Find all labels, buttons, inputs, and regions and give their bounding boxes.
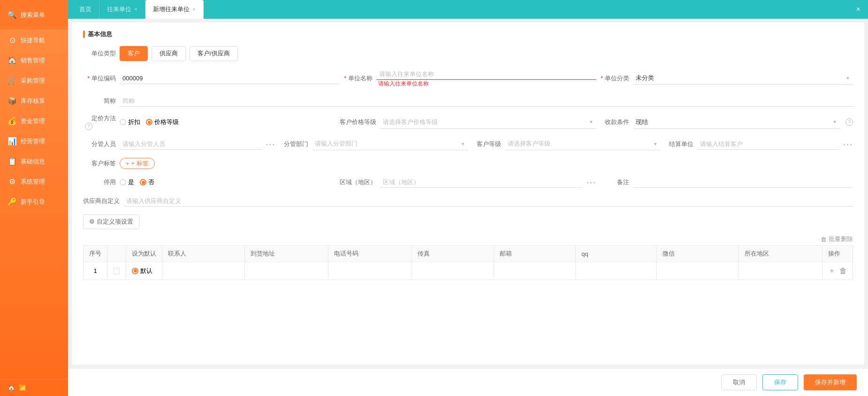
disabled-region-row: 停用 是 否 区域（地区） ··· 备注	[83, 177, 853, 188]
sidebar-item-finance[interactable]: 💰 资金管理	[0, 111, 68, 131]
customer-price-level-placeholder: 请选择客户价格等级	[383, 118, 587, 126]
close-tab-trading-units[interactable]: ×	[134, 6, 137, 13]
add-tag-btn[interactable]: + + 标签	[120, 158, 155, 169]
short-name-input[interactable]	[120, 95, 853, 107]
unit-type-customer-btn[interactable]: 客户	[120, 46, 148, 61]
radio-discount[interactable]: 折扣	[120, 118, 140, 126]
department-select[interactable]: 请输入分管部门 ▼	[312, 138, 468, 150]
unit-type-both-btn[interactable]: 客户/供应商	[190, 46, 238, 61]
supplier-custom-input[interactable]	[123, 195, 853, 207]
payment-help-icon[interactable]: ?	[845, 118, 853, 126]
customer-level-select[interactable]: 请选择客户等级 ▼	[505, 138, 661, 150]
batch-delete-label[interactable]: 批量删除	[829, 235, 853, 243]
cell-address[interactable]	[245, 262, 328, 280]
finance-icon: 💰	[8, 116, 17, 125]
unit-name-input[interactable]	[376, 69, 596, 80]
section-header: 基本信息	[83, 30, 853, 39]
tab-new-trading-unit[interactable]: 新增往来单位 ×	[145, 0, 204, 19]
sidebar-item-inventory[interactable]: 📦 库存核算	[0, 91, 68, 111]
search-icon: 🔍	[8, 10, 17, 19]
col-contact: 联系人	[162, 246, 245, 262]
region-input[interactable]	[380, 177, 583, 188]
manager-more-btn[interactable]: ···	[266, 140, 275, 148]
sidebar-item-guide[interactable]: 🔑 新手引导	[0, 192, 68, 212]
cell-default: 默认	[126, 262, 162, 280]
settlement-unit-input[interactable]	[697, 139, 839, 150]
email-input[interactable]	[500, 267, 570, 274]
unit-type-label: 单位类型	[83, 49, 116, 58]
home-icon: ⊙	[8, 36, 17, 45]
tab-home[interactable]: 首页	[72, 0, 99, 19]
batch-delete-icon: 🗑	[821, 236, 827, 243]
row-default-circle	[132, 268, 138, 274]
department-label: 分管部门	[275, 140, 308, 148]
col-fax: 传真	[412, 246, 494, 262]
close-all-tabs[interactable]: ×	[853, 5, 864, 14]
unit-code-input[interactable]	[120, 73, 340, 84]
manager-input[interactable]	[120, 139, 262, 150]
cancel-button[interactable]: 取消	[721, 374, 757, 390]
unit-category-field: * 单位分类 未分类 ▼	[596, 72, 853, 85]
cell-fax[interactable]	[412, 262, 494, 280]
row-default-radio[interactable]: 默认	[132, 267, 156, 275]
contact-input[interactable]	[168, 267, 239, 274]
custom-settings-btn[interactable]: ⚙ 自定义项设置	[83, 214, 139, 229]
disabled-field: 停用 是 否	[83, 178, 340, 186]
customer-price-level-select[interactable]: 请选择客户价格等级 ▼	[380, 116, 596, 129]
close-tab-new-trading-unit[interactable]: ×	[192, 6, 196, 13]
inventory-icon: 📦	[8, 96, 17, 105]
sidebar-item-label: 基础信息	[21, 157, 45, 166]
remark-input[interactable]	[633, 177, 853, 188]
home-bottom-icon: 🏠	[8, 384, 15, 391]
region-field: 区域（地区） ···	[340, 177, 596, 188]
add-row-icon[interactable]: ＋	[828, 266, 836, 276]
cell-qq[interactable]	[576, 262, 657, 280]
radio-yes[interactable]: 是	[120, 178, 134, 186]
sidebar-item-search[interactable]: 🔍 搜索菜单	[0, 5, 68, 25]
sidebar-item-label: 新手引导	[21, 198, 45, 206]
sidebar-item-label: 销售管理	[21, 56, 45, 65]
tab-trading-units[interactable]: 往来单位 ×	[99, 0, 145, 19]
phone-input[interactable]	[334, 267, 406, 274]
region-more-btn[interactable]: ···	[586, 178, 596, 186]
unit-type-supplier-btn[interactable]: 供应商	[152, 46, 186, 61]
unit-category-select[interactable]: 未分类 ▼	[633, 72, 853, 85]
table-region-input[interactable]	[745, 267, 816, 274]
cell-phone[interactable]	[328, 262, 412, 280]
save-button[interactable]: 保存	[762, 374, 798, 390]
sidebar-item-sales[interactable]: 🏠 销售管理	[0, 50, 68, 70]
tag-row: 客户标签 + + 标签	[83, 158, 853, 169]
form-footer: 取消 保存 保存并新增	[68, 368, 868, 396]
manager-row: 分管人员 ··· 分管部门 请输入分管部门 ▼ 客户等级 请选择客户等级 ▼ 结…	[83, 138, 853, 150]
radio-price-level[interactable]: 价格等级	[146, 118, 179, 126]
sidebar-item-operation[interactable]: 📊 经营管理	[0, 131, 68, 151]
delete-row-icon[interactable]: 🗑	[839, 267, 847, 275]
payment-terms-arrow: ▼	[832, 119, 837, 124]
customer-level-arrow: ▼	[653, 141, 658, 147]
address-input[interactable]	[251, 267, 322, 274]
cell-wechat[interactable]	[657, 262, 739, 280]
row-checkbox[interactable]	[113, 268, 120, 274]
cell-email[interactable]	[494, 262, 576, 280]
payment-terms-select[interactable]: 现结 ▼	[633, 116, 840, 129]
qq-input[interactable]	[581, 267, 651, 274]
sidebar-item-quick-nav[interactable]: ⊙ 快捷导航	[0, 30, 68, 50]
fax-input[interactable]	[418, 267, 488, 274]
tag-plus-icon: +	[126, 160, 129, 167]
radio-no[interactable]: 否	[140, 178, 154, 186]
wechat-input[interactable]	[662, 267, 733, 274]
col-phone: 电话号码	[328, 246, 412, 262]
settlement-more-btn[interactable]: ···	[843, 140, 853, 148]
cell-region[interactable]	[739, 262, 822, 280]
pricing-help-icon[interactable]: ?	[85, 123, 92, 130]
save-and-new-button[interactable]: 保存并新增	[804, 374, 857, 390]
col-wechat: 微信	[657, 246, 739, 262]
section-bar	[83, 31, 85, 38]
sidebar-item-label: 资金管理	[21, 117, 45, 125]
signal-icon: 📶	[19, 384, 26, 391]
sidebar-item-system[interactable]: ⚙ 系统管理	[0, 171, 68, 192]
sidebar-item-basic-info[interactable]: 📋 基础信息	[0, 151, 68, 171]
cell-contact[interactable]	[162, 262, 245, 280]
sidebar-item-purchase[interactable]: 🛒 采购管理	[0, 70, 68, 91]
supplier-custom-field: 供应商自定义	[83, 195, 853, 207]
